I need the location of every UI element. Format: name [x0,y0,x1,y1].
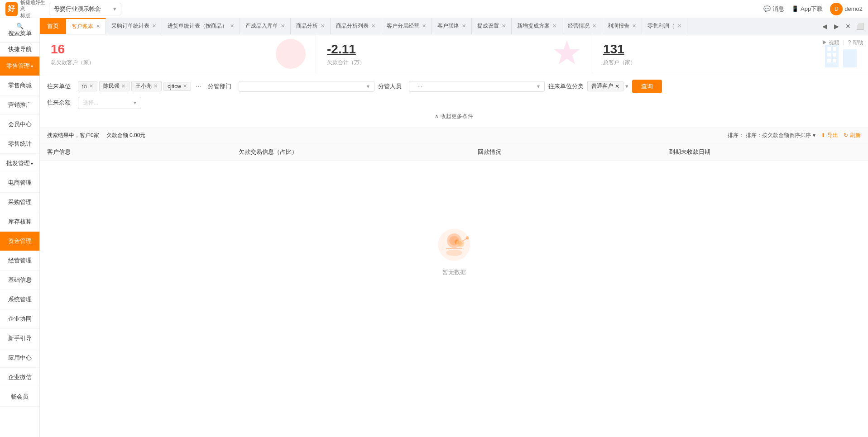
tab-close-ops[interactable]: ✕ [592,23,596,29]
help-button[interactable]: ? 帮助 [848,39,863,47]
coin-bg-icon: ¥ [275,38,307,70]
sidebar-item-retail-mall[interactable]: 零售商城 [0,76,39,95]
dept-filter-select[interactable]: ▾ [239,81,374,92]
sidebar-item-wechat[interactable]: 企业微信 [0,368,39,387]
tab-customer-account[interactable]: 客户账本 ✕ [66,18,106,34]
unit-class-tags: 普通客户 ✕ ▾ [587,81,628,91]
person-filter-dots[interactable]: ··· [417,83,422,90]
unit-class-tag-remove[interactable]: ✕ [615,83,619,90]
unit-tag-more[interactable]: ··· [193,81,204,91]
top-header: 好 畅捷通好生意 标版 母婴行业演示帐套 ▾ 💬 消息 📱 App下载 D de… [0,0,868,18]
stat-total-debtors: ¥ 16 总欠款客户（家） [40,34,316,74]
tab-close-commission-plan[interactable]: ✕ [552,23,556,29]
tab-home[interactable]: 首页 [40,18,66,34]
sidebar-item-finance[interactable]: 资金管理 [0,232,39,251]
tab-close-all-button[interactable]: ✕ [843,21,854,32]
total-customers-label: 总客户（家） [603,59,636,66]
sidebar-item-wholesale-mgmt[interactable]: 批发管理 ▾ [0,154,39,173]
unit-tag-wu-remove[interactable]: ✕ [89,83,93,89]
collapse-filter-button[interactable]: ∧ 收起更多条件 [435,113,473,120]
dept-select-arrow-icon: ▾ [367,83,369,90]
query-button[interactable]: 查询 [632,80,662,93]
sidebar-item-purchase[interactable]: 采购管理 [0,193,39,212]
unit-filter-tags: 伍 ✕ 陈民强 ✕ 王小亮 ✕ cjttcw ✕ [78,81,204,91]
tab-customer-contact[interactable]: 客户联络 ✕ [432,18,472,34]
tab-retail-profit[interactable]: 零售利润（ ✕ [642,18,687,34]
tab-close-purchase-order[interactable]: ✕ [152,23,156,29]
sidebar-item-member[interactable]: 畅会员 [0,387,39,407]
header-right: 💬 消息 📱 App下载 D demo2 [763,3,863,15]
message-button[interactable]: 💬 消息 [763,5,784,13]
tab-prev-button[interactable]: ◀ [819,21,830,32]
refresh-button[interactable]: ↻ 刷新 [844,132,861,139]
filter-row-balance: 往来余额 选择... ▾ [47,97,861,109]
tab-purchase-stats-by-product[interactable]: 进货单统计表（按商品） ✕ [162,18,240,34]
svg-rect-3 [825,45,839,67]
tab-commission-settings[interactable]: 提成设置 ✕ [472,18,512,34]
unit-class-arrow-icon[interactable]: ▾ [625,83,628,90]
tab-product-analysis[interactable]: 商品分析 ✕ [291,18,331,34]
user-menu[interactable]: D demo2 [830,3,863,15]
tab-close-purchase-stats[interactable]: ✕ [230,23,234,29]
sidebar-item-operations[interactable]: 经营管理 [0,251,39,271]
unit-tag-cjttcw-remove[interactable]: ✕ [183,83,187,89]
tab-close-retail-profit[interactable]: ✕ [677,23,681,29]
tab-profit-report[interactable]: 利润报告 ✕ [602,18,642,34]
tab-product-inbound[interactable]: 产成品入库单 ✕ [240,18,291,34]
export-button[interactable]: ⬆ 导出 [821,132,838,139]
sidebar-item-app-center[interactable]: 应用中心 [0,348,39,368]
sidebar-item-inventory[interactable]: 库存核算 [0,212,39,232]
tab-close-product-analysis-list[interactable]: ✕ [371,23,375,29]
tab-purchase-order-stats[interactable]: 采购订单统计表 ✕ [106,18,162,34]
sort-button[interactable]: 排序： 排序：按欠款金额倒序排序 ▾ [728,132,815,139]
unit-tag-wang-remove[interactable]: ✕ [153,83,158,89]
person-filter-select[interactable]: ··· ▾ [409,81,545,92]
stat-total-debt: -2.11 欠款合计（万） [316,34,592,74]
tab-product-analysis-list[interactable]: 商品分析列表 ✕ [331,18,381,34]
balance-filter-select[interactable]: 选择... ▾ [78,97,141,109]
logo-area: 好 畅捷通好生意 标版 [5,0,45,19]
sidebar-item-enterprise[interactable]: 企业协同 [0,309,39,329]
tab-close-product-analysis[interactable]: ✕ [321,23,325,29]
tab-close-product-inbound[interactable]: ✕ [281,23,285,29]
total-debt-label: 欠款合计（万） [327,59,365,66]
sidebar-item-member-center[interactable]: 会员中心 [0,115,39,134]
sidebar-arrow-icon-retail: ▾ [31,64,33,69]
sidebar-item-ecommerce[interactable]: 电商管理 [0,173,39,193]
tab-new-commission-plan[interactable]: 新增提成方案 ✕ [512,18,562,34]
empty-illustration [436,227,472,263]
total-debtors-number: 16 [51,42,94,57]
sidebar-item-basic-info[interactable]: 基础信息 [0,271,39,290]
tab-close-customer-segment[interactable]: ✕ [422,23,426,29]
sidebar-search[interactable]: 🔍 搜索菜单 [0,18,39,43]
svg-rect-10 [833,59,836,62]
app-download-button[interactable]: 📱 App下载 [791,5,823,13]
sidebar-item-system[interactable]: 系统管理 [0,290,39,309]
tab-close-customer-contact[interactable]: ✕ [462,23,466,29]
sidebar-quick-nav[interactable]: 快捷导航 [0,43,39,57]
sidebar-item-retail-mgmt[interactable]: 零售管理 ▾ [0,57,39,76]
account-selector[interactable]: 母婴行业演示帐套 ▾ [49,3,121,15]
tab-maximize-button[interactable]: ⬜ [854,21,865,32]
sidebar: 🔍 搜索菜单 快捷导航 零售管理 ▾ 零售商城 营销推广 会员中心 零售统计 批… [0,18,40,437]
balance-select-arrow-icon: ▾ [134,100,136,106]
tab-customer-segment[interactable]: 客户分层经营 ✕ [381,18,432,34]
tab-operations[interactable]: 经营情况 ✕ [562,18,602,34]
total-debtors-label: 总欠款客户（家） [51,59,94,66]
sidebar-item-marketing[interactable]: 营销推广 [0,95,39,115]
tab-close-commission[interactable]: ✕ [502,23,506,29]
sidebar-item-retail-stats[interactable]: 零售统计 [0,134,39,154]
balance-filter-label: 往来余额 [47,99,74,107]
unit-tag-chen-remove[interactable]: ✕ [121,83,125,89]
header-left: 好 畅捷通好生意 标版 母婴行业演示帐套 ▾ [5,0,121,19]
main-layout: 🔍 搜索菜单 快捷导航 零售管理 ▾ 零售商城 营销推广 会员中心 零售统计 批… [0,18,868,437]
refresh-icon: ↻ [844,132,848,138]
tab-next-button[interactable]: ▶ [831,21,842,32]
tab-close-customer-account[interactable]: ✕ [96,24,100,29]
tab-close-profit[interactable]: ✕ [632,23,636,29]
star-bg-icon [551,38,583,70]
message-icon: 💬 [763,5,771,12]
sidebar-item-newbie[interactable]: 新手引导 [0,329,39,348]
col-repayment: 回款情况 [478,148,669,156]
video-help-button[interactable]: ▶ 视频 [822,39,839,47]
